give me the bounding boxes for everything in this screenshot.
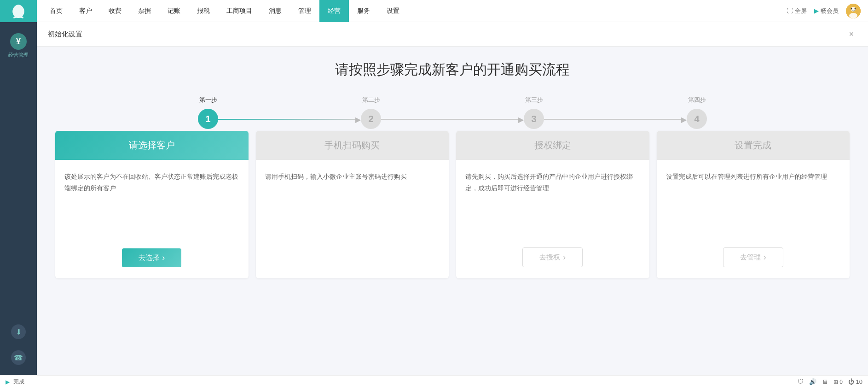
card-1-footer: 去选择 › [55,241,249,278]
nav-item-bill[interactable]: 票据 [130,0,159,22]
svg-point-4 [855,8,856,9]
connector-3-4: ▶ [544,96,687,124]
step-2-circle: 2 [361,109,381,129]
nav-item-customer[interactable]: 客户 [71,0,100,22]
fullscreen-button[interactable]: ⛶ 全屏 [787,7,807,15]
step-4-circle: 4 [687,109,707,129]
svg-point-2 [849,13,857,18]
network-indicator: ⊞ 0 [833,379,843,385]
status-text: 完成 [13,378,24,386]
step-card-1: 请选择客户 该处展示的客户为不在回收站、客户状态正常建账后完成老板端绑定的所有客… [55,131,249,278]
status-bar-right: 🛡 🔊 🖥 ⊞ 0 ⏻ 10 [798,378,862,385]
cards-row: 请选择客户 该处展示的客户为不在回收站、客户状态正常建账后完成老板端绑定的所有客… [55,131,850,278]
step-1-label: 第一步 [199,96,217,104]
play-status-icon: ▶ [6,379,10,385]
avatar[interactable] [846,4,861,18]
card-4-footer: 去管理 › [657,240,850,278]
step-4-col: 第四步 4 [687,96,707,129]
nav-item-service[interactable]: 服务 [349,0,378,22]
sound-icon: 🔊 [809,378,816,385]
close-button[interactable]: × [846,29,857,40]
play-icon: ▶ [814,7,819,14]
card-4-body: 设置完成后可以在管理列表进行所有企业用户的经营管理 [657,160,850,240]
nav-item-account[interactable]: 记账 [159,0,189,22]
page-title: 初始化设置 [48,30,82,39]
nav-item-home[interactable]: 首页 [41,0,71,22]
steps-container: 请按照步骤完成新客户的开通购买流程 第一步 1 ▶ 第二步 [37,47,868,292]
power-icon: ⏻ 10 [848,378,862,385]
connector-2-3: ▶ [381,96,524,124]
shield-icon: 🛡 [798,378,804,385]
steps-heading: 请按照步骤完成新客户的开通购买流程 [55,60,850,79]
step-card-2: 手机扫码购买 请用手机扫码，输入小微企业主账号密码进行购买 [256,131,449,278]
step-3-label: 第三步 [525,96,543,104]
step-4-label: 第四步 [688,96,706,104]
sidebar: ¥ 经营管理 ⬇ ☎ [0,22,37,375]
page-header: 初始化设置 × [37,22,868,47]
step-card-4: 设置完成 设置完成后可以在管理列表进行所有企业用户的经营管理 去管理 › [657,131,850,278]
step-2-label: 第二步 [362,96,380,104]
card-3-header: 授权绑定 [456,131,649,160]
main-content: 初始化设置 × 请按照步骤完成新客户的开通购买流程 第一步 1 ▶ [37,22,868,375]
card-3-body: 请先购买，购买后选择开通的产品中的企业用户进行授权绑定，成功后即可进行经营管理 [456,160,649,240]
nav-item-operation[interactable]: 经营 [319,0,349,22]
sidebar-support[interactable]: ☎ [0,346,37,370]
sidebar-item-main[interactable]: ¥ 经营管理 [0,28,37,64]
vip-button[interactable]: ▶ 畅会员 [814,7,839,15]
nav-item-manage[interactable]: 管理 [290,0,319,22]
step-1-circle: 1 [198,109,218,129]
svg-point-3 [851,8,852,9]
step-2-col: 第二步 2 [361,96,381,129]
logo-area [0,0,37,22]
connector-1-2: ▶ [218,96,361,124]
card-1-body: 该处展示的客户为不在回收站、客户状态正常建账后完成老板端绑定的所有客户 [55,160,249,241]
nav-item-message[interactable]: 消息 [260,0,290,22]
go-manage-button[interactable]: 去管理 › [723,247,783,267]
status-bar-left: ▶ 完成 [6,378,24,386]
fullscreen-icon: ⛶ [787,7,793,14]
step-1-col: 第一步 1 [198,96,218,129]
nav-item-settings[interactable]: 设置 [378,0,408,22]
card-2-footer [256,260,449,278]
step-3-col: 第三步 3 [524,96,544,129]
status-bar: ▶ 完成 🛡 🔊 🖥 ⊞ 0 ⏻ 10 [0,375,868,388]
nav-item-business[interactable]: 工商项目 [218,0,260,22]
card-4-header: 设置完成 [657,131,850,160]
step-card-3: 授权绑定 请先购买，购买后选择开通的产品中的企业用户进行授权绑定，成功后即可进行… [456,131,649,278]
go-select-button[interactable]: 去选择 › [122,248,181,267]
sidebar-download[interactable]: ⬇ [0,320,37,344]
sidebar-bottom: ⬇ ☎ [0,320,37,375]
logo-icon [10,3,27,19]
card-3-footer: 去授权 › [456,240,649,278]
display-icon: 🖥 [822,378,828,385]
step-indicators: 第一步 1 ▶ 第二步 2 [55,96,850,129]
nav-items: 首页 客户 收费 票据 记账 报税 工商项目 消息 管理 经营 服务 设置 [41,0,787,22]
yuan-icon: ¥ [10,33,27,50]
nav-item-fee[interactable]: 收费 [100,0,130,22]
arrow-icon-3: › [563,253,566,262]
arrow-icon-4: › [764,253,766,262]
step-3-circle: 3 [524,109,544,129]
card-1-header: 请选择客户 [55,131,249,160]
download-icon: ⬇ [11,324,26,339]
top-nav: 首页 客户 收费 票据 记账 报税 工商项目 消息 管理 经营 服务 设置 ⛶ … [0,0,868,22]
support-icon: ☎ [11,350,26,365]
nav-right: ⛶ 全屏 ▶ 畅会员 [787,4,868,18]
card-2-body: 请用手机扫码，输入小微企业主账号密码进行购买 [256,160,449,260]
arrow-icon-1: › [162,253,165,263]
go-authorize-button[interactable]: 去授权 › [522,247,583,267]
card-2-header: 手机扫码购买 [256,131,449,160]
nav-item-tax[interactable]: 报税 [189,0,218,22]
